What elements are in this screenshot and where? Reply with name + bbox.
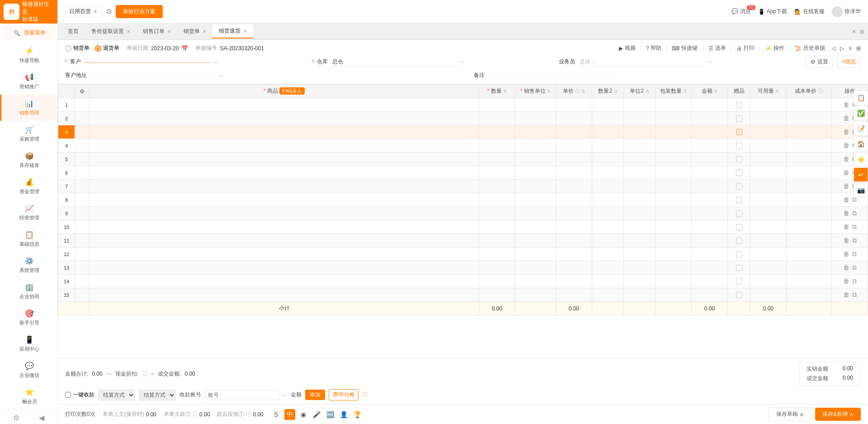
action-print[interactable]: 🖨 打印 [736, 44, 755, 52]
quantity2-cell[interactable] [592, 248, 624, 261]
unit-price-cell[interactable] [556, 166, 592, 180]
unit2-cell[interactable] [624, 180, 656, 193]
amount-cell[interactable] [692, 166, 728, 180]
action-select[interactable]: ☰ 选单 [708, 44, 726, 52]
tab-close-icon[interactable]: ✕ [203, 29, 206, 34]
sales-unit-cell[interactable] [515, 193, 556, 207]
unit-price-cell[interactable] [556, 234, 592, 248]
add-logistics-btn[interactable]: +物流 [837, 56, 861, 68]
quantity-cell[interactable] [479, 98, 515, 112]
gift-cell[interactable] [728, 207, 750, 220]
cost-price-cell[interactable] [787, 261, 832, 275]
radio-sales-return[interactable]: 退货单 [95, 44, 119, 52]
available-cell[interactable] [750, 275, 787, 288]
copy-icon[interactable]: ⧉ [852, 264, 857, 272]
float-item-3[interactable]: 📝 [854, 121, 868, 136]
package-qty-cell[interactable] [656, 166, 692, 180]
unit2-cell[interactable] [624, 125, 656, 139]
gift-cell[interactable] [728, 248, 750, 261]
amount-cell[interactable] [692, 288, 728, 302]
gift-checkbox[interactable] [736, 197, 742, 203]
tool-icon-5[interactable]: 🔤 [325, 409, 336, 420]
quantity-cell[interactable] [479, 139, 515, 152]
quantity2-cell[interactable] [592, 166, 624, 180]
quantity2-cell[interactable] [592, 112, 624, 125]
product-cell[interactable] [90, 261, 479, 275]
unit2-cell[interactable] [624, 248, 656, 261]
package-qty-cell[interactable] [656, 248, 692, 261]
unit-price-cell[interactable] [556, 207, 592, 220]
app-download[interactable]: 📱 App下载 [758, 8, 787, 15]
tool-icon-4[interactable]: 🎤 [311, 409, 322, 420]
nav-prev[interactable]: ◁ [831, 45, 835, 52]
tab-home[interactable]: 首页 [61, 25, 85, 38]
amount-cell[interactable] [692, 275, 728, 288]
sidebar-item-basic[interactable]: 📋 基础信息 [0, 226, 57, 252]
view-list-icon[interactable]: ≡ [849, 45, 852, 52]
gift-cell[interactable] [728, 166, 750, 180]
available-cell[interactable] [750, 152, 787, 166]
action-history[interactable]: 📜 历史单据 [795, 44, 825, 52]
available-cell[interactable] [750, 98, 787, 112]
delete-icon[interactable]: 🗑 [843, 155, 849, 163]
gift-cell[interactable] [728, 288, 750, 302]
quantity-cell[interactable] [479, 288, 515, 302]
float-item-1[interactable]: 📋 [854, 91, 868, 105]
amount-cell[interactable] [692, 152, 728, 166]
product-cell[interactable] [90, 98, 479, 112]
calc-method-select[interactable]: 结算方式 [98, 390, 135, 400]
sidebar-item-sales[interactable]: 📊 销售管理 [0, 95, 57, 121]
date-value[interactable]: 2023-03-20 [151, 45, 179, 52]
gift-cell[interactable] [728, 275, 750, 288]
sort-icon[interactable]: ⇅ [683, 89, 687, 94]
available-cell[interactable] [750, 139, 787, 152]
quantity-cell[interactable] [479, 261, 515, 275]
gift-cell[interactable] [728, 193, 750, 207]
quantity-cell[interactable] [479, 248, 515, 261]
copy-icon[interactable]: ⧉ [852, 223, 857, 231]
save-draft-btn[interactable]: 保存草稿 ∧ [769, 407, 811, 421]
unit2-cell[interactable] [624, 193, 656, 207]
quantity2-cell[interactable] [592, 261, 624, 275]
info-icon[interactable]: ⓘ [818, 88, 823, 94]
available-cell[interactable] [750, 234, 787, 248]
sales-unit-cell[interactable] [515, 112, 556, 125]
gift-checkbox[interactable] [736, 115, 742, 122]
quantity2-cell[interactable] [592, 288, 624, 302]
sidebar-item-enterprise[interactable]: 🏢 企业协同 [0, 278, 57, 305]
sidebar-item-marketing[interactable]: 📢 营销推广 [0, 68, 57, 95]
sidebar-item-system[interactable]: ⚙️ 系统管理 [0, 252, 57, 278]
delete-icon[interactable]: 🗑 [843, 142, 849, 149]
sales-unit-cell[interactable] [515, 180, 556, 193]
float-item-5[interactable]: ⭐ [854, 152, 868, 167]
product-cell[interactable] [90, 288, 479, 302]
quantity-cell[interactable] [479, 193, 515, 207]
account-dots[interactable]: ··· [283, 392, 287, 398]
amount-cell[interactable] [692, 180, 728, 193]
quantity2-cell[interactable] [592, 220, 624, 234]
gift-checkbox[interactable] [736, 224, 742, 230]
split-help-icon[interactable]: ⓘ [362, 391, 368, 399]
sales-unit-cell[interactable] [515, 125, 556, 139]
cost-price-cell[interactable] [787, 193, 832, 207]
package-qty-cell[interactable] [656, 193, 692, 207]
available-cell[interactable] [750, 193, 787, 207]
package-qty-cell[interactable] [656, 98, 692, 112]
add-payment-btn[interactable]: 添加 [305, 390, 325, 400]
tab-close-icon[interactable]: ✕ [167, 29, 171, 34]
settings-icon[interactable]: ⚙ [13, 414, 19, 422]
cost-price-cell[interactable] [787, 248, 832, 261]
sidebar-item-member[interactable]: ⭐ 畅会员 [0, 383, 57, 410]
gift-cell[interactable] [728, 98, 750, 112]
add-row-btn[interactable]: + [62, 128, 71, 137]
unit2-cell[interactable] [624, 220, 656, 234]
sidebar-item-apps[interactable]: 📱 应用中心 [0, 331, 57, 357]
quantity2-cell[interactable] [592, 234, 624, 248]
quantity-cell[interactable] [479, 166, 515, 180]
tab-sales-return[interactable]: 销货退货 ✕ [212, 24, 253, 38]
package-qty-cell[interactable] [656, 288, 692, 302]
sort-icon[interactable]: ⇅ [547, 89, 551, 94]
stat3-info-icon[interactable]: ⓘ [246, 411, 251, 418]
product-cell[interactable] [90, 220, 479, 234]
code-value[interactable]: SA-20230320-001 [220, 45, 264, 52]
